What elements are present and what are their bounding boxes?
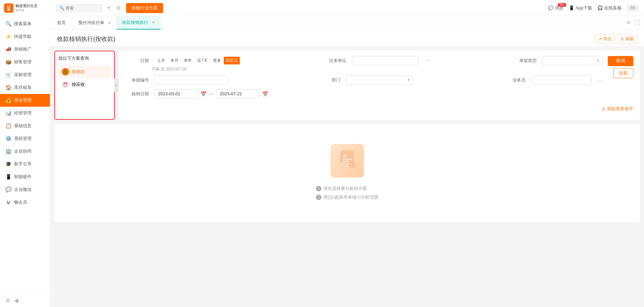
sidebar-item-system[interactable]: ⚙️ 系统管理 <box>0 132 50 145</box>
svg-point-5 <box>349 161 356 168</box>
verify-date-range: 📅 — 📅 <box>154 89 268 98</box>
message-badge: 99+ <box>558 3 566 7</box>
sidebar-item-label: 快捷导航 <box>14 34 32 40</box>
partner-label: 往来单位 <box>323 58 346 64</box>
date-tab-last-month[interactable]: 上月 <box>154 57 168 64</box>
date-tab-this-year[interactable]: 本年 <box>181 57 195 64</box>
tip-text-1: 请先选择要分析的方案 <box>323 184 367 193</box>
sidebar-item-search[interactable]: 🔍 搜索菜单 <box>0 17 50 30</box>
sidebar-item-basic-info[interactable]: 📋 基础信息 <box>0 119 50 132</box>
query-panel-title: 按以下方案查询 <box>58 55 111 61</box>
sidebar-item-label: 畅会员 <box>14 199 27 205</box>
logo-title: 畅捷通好生意 <box>15 3 38 8</box>
svg-text:!: ! <box>351 163 352 167</box>
search-input[interactable] <box>66 6 99 10</box>
date-no-limit-text: 不限 至 2023-07-26 <box>152 67 186 71</box>
tabbar: 首页 预付冲应付单 ✕ 收款核销执行 ✕ ✕ ⛶ <box>50 16 644 30</box>
staff-label: 业务员 <box>502 77 526 83</box>
empty-tip-2: 2 用[过滤]条件来缩小分析范围 <box>316 193 378 202</box>
tab-prepay-close[interactable]: ✕ <box>108 20 111 25</box>
date-custom-badge[interactable]: 自定义 <box>224 57 240 64</box>
doc-type-label: 单据类型 <box>513 58 537 64</box>
sales-icon: 📦 <box>5 59 11 65</box>
verify-date-start-input[interactable] <box>154 89 198 98</box>
marketing-icon: 📣 <box>5 46 11 52</box>
verify-date-start-calendar-icon[interactable]: 📅 <box>201 91 206 97</box>
sidebar-nav: 🔍 搜索菜单 ⚡ 快捷导航 📣 营销推广 📦 销售管理 🛒 采购管理 🏠 库存核… <box>0 16 50 294</box>
query-option-by-receivable[interactable]: ⏰ 按应收 <box>58 78 111 91</box>
verify-date-end-calendar-icon[interactable]: 📅 <box>262 91 268 97</box>
sidebar-item-inventory[interactable]: 🏠 库存核算 <box>0 81 50 94</box>
sidebar-item-wechat[interactable]: 💬 企业微信 <box>0 183 50 196</box>
sidebar-item-hardware[interactable]: 📱 智能硬件 <box>0 170 50 183</box>
partner-input[interactable] <box>352 56 419 65</box>
user-name: Rit <box>630 6 635 10</box>
date-tab-this-month[interactable]: 本月 <box>168 57 181 64</box>
sidebar-item-label: 营销推广 <box>14 46 32 52</box>
svg-rect-4 <box>342 161 349 162</box>
member-icon: V <box>5 200 11 205</box>
search-icon: 🔍 <box>5 21 11 27</box>
system-icon: ⚙️ <box>5 136 11 142</box>
sidebar-item-marketing[interactable]: 📣 营销推广 <box>0 43 50 56</box>
empty-area: ! 1 请先选择要分析的方案 2 用[过滤]条件来缩小分析范围 <box>54 124 640 222</box>
tab-home[interactable]: 首页 <box>50 16 73 30</box>
tab-receivable[interactable]: 收款核销执行 ✕ <box>117 16 161 30</box>
doc-no-input[interactable] <box>154 75 228 85</box>
sidebar-item-label: 采购管理 <box>14 72 32 78</box>
partner-more-icon[interactable]: ··· <box>426 58 430 64</box>
sidebar-item-label: 基础信息 <box>14 123 32 129</box>
export-button[interactable]: ↗ 导出 <box>595 34 615 44</box>
more-conditions-button[interactable]: ⋀ 收起更多条件 <box>125 103 633 114</box>
doc-type-select[interactable] <box>542 56 602 65</box>
filter-row-verify-date: 核销日期 📅 — 📅 <box>125 89 602 98</box>
finance-icon: 💰 <box>5 97 11 103</box>
inventory-icon: 🏠 <box>5 85 11 91</box>
sidebar-item-member[interactable]: V 畅会员 <box>0 196 50 209</box>
query-button[interactable]: 查询 <box>608 56 633 66</box>
verify-date-end-input[interactable] <box>216 89 260 98</box>
staff-input[interactable] <box>531 75 591 85</box>
user-avatar[interactable]: Rit <box>627 4 639 12</box>
sidebar-item-finance[interactable]: 💰 资金管理 <box>0 94 50 107</box>
query-panel: 按以下方案查询 💲 按收款 ⏰ 按应收 » <box>54 51 115 120</box>
tab-close-all-button[interactable]: ✕ <box>625 18 632 27</box>
collapse-more-icon: ⋀ <box>602 106 606 111</box>
tab-fullscreen-button[interactable]: ⛶ <box>633 18 641 27</box>
content-area: 收款核销执行(按收款) ↗ 导出 ↻ 刷新 按以下方案查询 💲 <box>50 30 644 307</box>
message-button[interactable]: 💬 消息 99+ <box>548 5 564 11</box>
wechat-icon: 💬 <box>5 187 11 193</box>
sidebar-item-quick-nav[interactable]: ⚡ 快捷导航 <box>0 30 50 43</box>
staff-more-icon[interactable]: ··· <box>598 77 602 83</box>
sidebar-item-enterprise[interactable]: 🏢 企业协同 <box>0 145 50 158</box>
date-tabs: 上月 本月 本年 近7天 更多 自定义 <box>154 57 240 64</box>
date-tab-more[interactable]: 更多 <box>210 57 224 64</box>
dept-select[interactable] <box>346 75 413 85</box>
query-option-by-receipt[interactable]: 💲 按收款 <box>58 65 111 78</box>
page-header-actions: ↗ 导出 ↻ 刷新 <box>595 34 637 44</box>
date-tab-7days[interactable]: 近7天 <box>195 57 210 64</box>
tab-prepay[interactable]: 预付冲应付单 ✕ <box>73 16 117 30</box>
sidebar-item-sales[interactable]: 📦 销售管理 <box>0 56 50 68</box>
content-body: 按以下方案查询 💲 按收款 ⏰ 按应收 » <box>50 47 644 124</box>
app-download-button[interactable]: 📱 App下载 <box>569 5 592 11</box>
topbar-search-box[interactable]: 🔍 <box>56 4 103 12</box>
chevron-down-icon[interactable]: ▼ <box>107 6 111 10</box>
online-service-button[interactable]: 🎧 在线客服 <box>597 5 622 11</box>
more-conditions-label: 收起更多条件 <box>607 106 633 112</box>
tab-receivable-close[interactable]: ✕ <box>152 20 155 25</box>
settings-button[interactable]: 设置 <box>613 68 633 78</box>
sidebar-item-operations[interactable]: 📊 经营管理 <box>0 107 50 119</box>
collapse-icon[interactable]: ◀ <box>14 297 18 304</box>
industry-solution-button[interactable]: 体验行业方案 <box>126 3 163 13</box>
date-separator: — <box>209 91 213 96</box>
sidebar-bottom: ⚙ ◀ <box>0 294 50 307</box>
sidebar-item-purchase[interactable]: 🛒 采购管理 <box>0 68 50 81</box>
panel-collapse-button[interactable]: » <box>114 79 119 92</box>
settings-bottom-icon[interactable]: ⚙ <box>5 297 10 304</box>
sidebar-item-label: 经营管理 <box>14 110 32 116</box>
sidebar-item-guide[interactable]: 🎓 新手引导 <box>0 158 50 170</box>
refresh-button[interactable]: ↻ 刷新 <box>618 34 637 44</box>
export-icon: ↗ <box>598 37 602 42</box>
gear-icon[interactable]: ⚙ <box>116 5 121 11</box>
